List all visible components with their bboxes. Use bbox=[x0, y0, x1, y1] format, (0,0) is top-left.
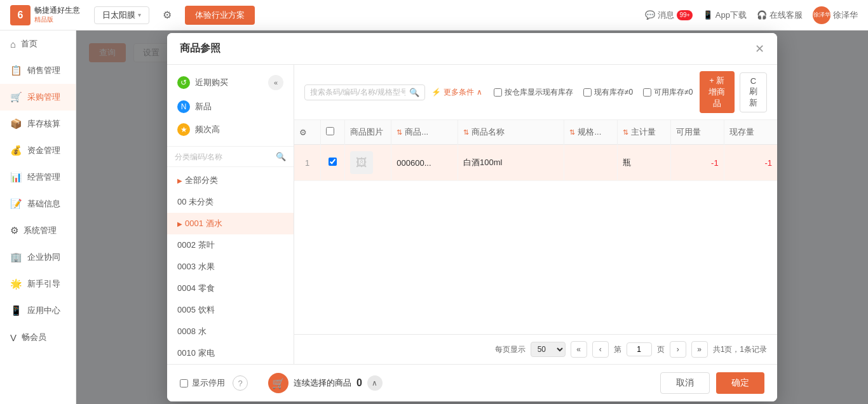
confirm-button[interactable]: 确定 bbox=[716, 372, 764, 394]
th-checkbox bbox=[321, 120, 345, 145]
cart-area: 🛒 连续选择的商品 0 ∧ bbox=[268, 373, 383, 393]
product-table-container: ⚙ 商品图片 bbox=[294, 120, 777, 334]
company-selector[interactable]: 日太阳膜 ▾ bbox=[94, 6, 149, 24]
quick-filter-new[interactable]: N 新品 bbox=[167, 95, 294, 118]
th-spec[interactable]: ⇅ 规格... bbox=[564, 120, 618, 145]
cb-available-stock-input[interactable] bbox=[643, 88, 651, 97]
next-page-button[interactable]: › bbox=[670, 341, 686, 358]
th-stock-label: 现存量 bbox=[729, 127, 754, 137]
modal-header: 商品参照 ✕ bbox=[167, 33, 777, 65]
user-profile[interactable]: 徐泽华 徐泽华 bbox=[813, 6, 858, 24]
sidebar-item-inventory[interactable]: 📦 库存核算 bbox=[0, 111, 76, 137]
th-settings: ⚙ bbox=[294, 120, 321, 145]
th-name[interactable]: ⇅ 商品名称 bbox=[458, 120, 564, 145]
product-search-box: 🔍 bbox=[304, 84, 425, 100]
search-icon[interactable]: 🔍 bbox=[409, 88, 419, 97]
prev-page-button[interactable]: ‹ bbox=[592, 341, 609, 358]
cat-arrow-0001: ▶ bbox=[177, 220, 182, 227]
first-page-button[interactable]: « bbox=[571, 341, 587, 358]
cb-existing-stock-label: 现有库存≠0 bbox=[594, 87, 633, 98]
cell-unit: 瓶 bbox=[618, 145, 671, 181]
sidebar-item-sales[interactable]: 📋 销售管理 bbox=[0, 57, 76, 84]
cat-label-0008: 0008 水 bbox=[177, 326, 207, 337]
th-code-label: 商品... bbox=[405, 126, 428, 138]
sort-icon: ⇅ bbox=[397, 128, 402, 137]
sidebar-label-purchase: 采购管理 bbox=[27, 91, 60, 103]
category-item-0010[interactable]: 0010 家电 bbox=[167, 342, 294, 364]
category-item-0005[interactable]: 0005 饮料 bbox=[167, 299, 294, 321]
sidebar-item-apps[interactable]: 📱 应用中心 bbox=[0, 297, 76, 324]
category-item-all[interactable]: ▶ 全部分类 bbox=[167, 170, 294, 191]
cell-checkbox[interactable] bbox=[321, 145, 345, 181]
cat-label-all: 全部分类 bbox=[185, 175, 218, 186]
sidebar-item-member[interactable]: V 畅会员 bbox=[0, 324, 76, 351]
logo-text: 畅捷通好生意 精品版 bbox=[34, 6, 80, 25]
collapse-cart-button[interactable]: ∧ bbox=[367, 375, 383, 391]
modal-title: 商品参照 bbox=[180, 42, 220, 55]
purchase-icon: 🛒 bbox=[10, 91, 22, 103]
online-service-nav-item[interactable]: 🎧 在线客服 bbox=[757, 10, 803, 21]
cb-by-warehouse[interactable]: 按仓库显示现有库存 bbox=[494, 87, 573, 98]
cb-existing-stock[interactable]: 现有库存≠0 bbox=[583, 87, 633, 98]
sidebar-label-operations: 经营管理 bbox=[27, 172, 60, 183]
more-filters-button[interactable]: ⚡ 更多条件 ∧ bbox=[431, 87, 482, 98]
page-label: 第 bbox=[614, 344, 621, 355]
page-number-input[interactable] bbox=[627, 342, 652, 356]
category-search: 🔍 bbox=[167, 147, 294, 167]
show-disabled-checkbox-label[interactable]: 显示停用 bbox=[180, 377, 225, 389]
sidebar-item-purchase[interactable]: 🛒 采购管理 bbox=[0, 84, 76, 111]
table-header: ⚙ 商品图片 bbox=[294, 120, 777, 145]
sidebar-item-operations[interactable]: 📊 经营管理 bbox=[0, 164, 76, 191]
sidebar-item-home[interactable]: ⌂ 首页 bbox=[0, 30, 76, 57]
category-item-0008[interactable]: 0008 水 bbox=[167, 321, 294, 342]
messages-nav-item[interactable]: 💬 消息 99+ bbox=[645, 10, 692, 21]
page-size-select[interactable]: 50 10 20 100 bbox=[531, 342, 566, 357]
category-item-0003[interactable]: 0003 水果 bbox=[167, 256, 294, 278]
select-all-checkbox[interactable] bbox=[326, 127, 334, 135]
th-unit[interactable]: ⇅ 主计量 bbox=[618, 120, 671, 145]
sidebar-item-basic[interactable]: 📝 基础信息 bbox=[0, 191, 76, 217]
cat-label-00: 00 未分类 bbox=[177, 196, 214, 208]
category-search-input[interactable] bbox=[175, 152, 272, 161]
sidebar-item-guide[interactable]: 🌟 新手引导 bbox=[0, 271, 76, 297]
category-search-icon[interactable]: 🔍 bbox=[276, 152, 286, 161]
sidebar: ⌂ 首页 📋 销售管理 🛒 采购管理 📦 库存核算 💰 资金管理 📊 经营管理 … bbox=[0, 30, 76, 404]
collapse-panel-button[interactable]: « bbox=[268, 75, 283, 90]
modal-close-button[interactable]: ✕ bbox=[755, 43, 764, 55]
cart-icon[interactable]: 🛒 bbox=[268, 373, 288, 393]
logo-area: 6 畅捷通好生意 精品版 bbox=[10, 5, 86, 25]
category-item-0002[interactable]: 0002 茶叶 bbox=[167, 234, 294, 256]
sidebar-item-system[interactable]: ⚙ 系统管理 bbox=[0, 217, 76, 244]
add-product-button[interactable]: + 新增商品 bbox=[700, 71, 735, 113]
chevron-up-icon: ∧ bbox=[477, 88, 482, 97]
show-disabled-checkbox[interactable] bbox=[180, 379, 188, 387]
row-checkbox[interactable] bbox=[329, 158, 337, 166]
page-size-label: 每页显示 bbox=[495, 344, 526, 355]
th-image: 商品图片 bbox=[345, 120, 391, 145]
category-item-00[interactable]: 00 未分类 bbox=[167, 191, 294, 213]
sidebar-item-enterprise[interactable]: 🏢 企业协同 bbox=[0, 244, 76, 271]
product-search-input[interactable] bbox=[310, 88, 405, 97]
help-icon[interactable]: ? bbox=[233, 375, 248, 391]
category-item-0001[interactable]: ▶ 0001 酒水 bbox=[167, 213, 294, 234]
trial-button[interactable]: 体验行业方案 bbox=[185, 6, 255, 25]
finance-icon: 💰 bbox=[10, 145, 22, 156]
filter-icon: ⚡ bbox=[431, 88, 441, 97]
new-icon: N bbox=[177, 100, 190, 113]
cb-existing-stock-input[interactable] bbox=[583, 88, 592, 97]
th-code[interactable]: ⇅ 商品... bbox=[391, 120, 458, 145]
quick-filter-recent[interactable]: ↺ 近期购买 bbox=[170, 72, 268, 93]
cb-available-stock[interactable]: 可用库存≠0 bbox=[643, 87, 693, 98]
settings-icon[interactable]: ⚙ bbox=[157, 5, 177, 25]
last-page-button[interactable]: » bbox=[691, 341, 708, 358]
sidebar-item-finance[interactable]: 💰 资金管理 bbox=[0, 137, 76, 164]
cancel-button[interactable]: 取消 bbox=[660, 372, 710, 394]
refresh-button[interactable]: C 刷新 bbox=[740, 72, 767, 112]
category-item-0004[interactable]: 0004 零食 bbox=[167, 278, 294, 299]
logo-icon: 6 bbox=[10, 5, 31, 25]
table-row[interactable]: 1 🖼 bbox=[294, 145, 777, 181]
action-buttons: + 新增商品 C 刷新 bbox=[700, 71, 767, 113]
cb-by-warehouse-input[interactable] bbox=[494, 88, 502, 97]
app-download-nav-item[interactable]: 📱 App下载 bbox=[703, 10, 747, 21]
quick-filter-freq[interactable]: ★ 频次高 bbox=[167, 118, 294, 141]
